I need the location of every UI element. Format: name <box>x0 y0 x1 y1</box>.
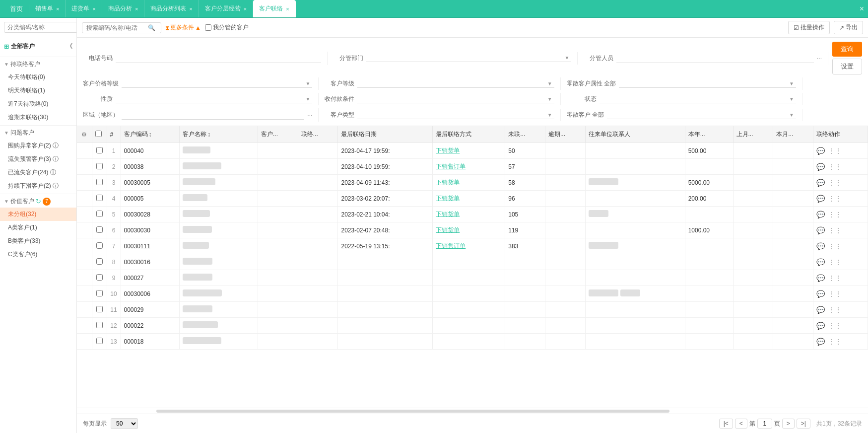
tab-analysis-list-close[interactable]: × <box>189 6 192 12</box>
row-check[interactable] <box>92 318 107 334</box>
more-icon[interactable]: ⋮⋮ <box>828 258 842 266</box>
reset-button[interactable]: 设置 <box>832 59 862 74</box>
sidebar-search-input[interactable] <box>4 22 77 33</box>
sidebar-item-ungroup[interactable]: 未分组(32) <box>0 208 76 221</box>
row-checkbox[interactable] <box>96 322 103 328</box>
contact-icon[interactable]: 💬 <box>816 274 825 282</box>
my-customers-check[interactable] <box>205 24 211 31</box>
row-check[interactable] <box>92 143 107 159</box>
row-check[interactable] <box>92 286 107 302</box>
filter-search-icon[interactable]: 🔍 <box>148 24 155 31</box>
payment-select[interactable]: ▼ <box>357 95 554 103</box>
row-checkbox[interactable] <box>96 147 103 153</box>
last-page-button[interactable]: >| <box>797 419 810 429</box>
more-icon[interactable]: ⋮⋮ <box>828 290 842 298</box>
prev-page-button[interactable]: < <box>735 419 747 429</box>
last-method-link[interactable]: 下销售订单 <box>436 163 466 170</box>
group-problem-label[interactable]: ▼ 问题客户 <box>0 127 76 139</box>
next-page-button[interactable]: > <box>782 419 795 429</box>
sidebar-item-c-class[interactable]: C类客户(6) <box>0 248 76 261</box>
last-method-link[interactable]: 下销售订单 <box>436 242 466 249</box>
more-icon[interactable]: ⋮⋮ <box>828 338 842 346</box>
contact-icon[interactable]: 💬 <box>816 179 825 187</box>
row-checkbox[interactable] <box>96 274 103 281</box>
contact-icon[interactable]: 💬 <box>816 226 825 234</box>
all-customers-header[interactable]: ⊞ 全部客户 《 <box>0 39 76 54</box>
last-method-link[interactable]: 下销货单 <box>436 179 460 186</box>
filter-search-input[interactable] <box>86 24 146 31</box>
row-checkbox[interactable] <box>96 306 103 312</box>
contact-icon[interactable]: 💬 <box>816 322 825 330</box>
more-icon[interactable]: ⋮⋮ <box>828 163 842 171</box>
last-method-link[interactable]: 下销货单 <box>436 226 460 233</box>
row-checkbox[interactable] <box>96 338 103 344</box>
tab-home[interactable]: 首页 <box>4 4 29 13</box>
tab-customer-segment-close[interactable]: × <box>244 6 247 12</box>
more-conditions-button[interactable]: ⧗ 更多条件 ▲ <box>165 23 201 32</box>
settings-col[interactable]: ⚙ <box>77 126 92 143</box>
customer-level-select[interactable]: ▼ <box>357 80 554 88</box>
last-method-link[interactable]: 下销货单 <box>436 211 460 217</box>
export-button[interactable]: ↗ 导出 <box>834 21 863 34</box>
sidebar-item-tomorrow[interactable]: 明天待联络(1) <box>0 84 76 97</box>
more-icon[interactable]: ⋮⋮ <box>828 211 842 218</box>
more-icon[interactable]: ⋮⋮ <box>828 226 842 234</box>
dept-select[interactable]: ▼ <box>366 54 572 62</box>
tab-sales-close[interactable]: × <box>56 6 59 12</box>
group-pending-label[interactable]: ▼ 待联络客户 <box>0 58 76 71</box>
sidebar-item-overdue[interactable]: 逾期未联络(30) <box>0 111 76 124</box>
row-checkbox[interactable] <box>96 226 103 233</box>
sidebar-item-b-class[interactable]: B类客户(33) <box>0 234 76 248</box>
page-number-input[interactable] <box>757 419 772 429</box>
row-checkbox[interactable] <box>96 211 103 217</box>
more-icon[interactable]: ⋮⋮ <box>828 195 842 203</box>
refresh-icon[interactable]: ↻ <box>36 198 41 205</box>
row-checkbox[interactable] <box>96 242 103 249</box>
more-icon[interactable]: ⋮⋮ <box>828 242 842 250</box>
sidebar-item-7days[interactable]: 近7天待联络(0) <box>0 97 76 111</box>
status-select[interactable]: ▼ <box>600 95 796 103</box>
row-check[interactable] <box>92 222 107 238</box>
sidebar-item-declining[interactable]: 持续下滑客户(2) ⓘ <box>0 179 76 193</box>
tab-analysis-list[interactable]: 商品分析列表 × <box>144 0 199 17</box>
more-icon[interactable]: ⋮⋮ <box>828 179 842 187</box>
contact-icon[interactable]: 💬 <box>816 211 825 218</box>
contact-icon[interactable]: 💬 <box>816 306 825 314</box>
contact-icon[interactable]: 💬 <box>816 290 825 298</box>
sparse-customer-select[interactable]: ▼ <box>607 111 796 119</box>
tab-customer-contact-close[interactable]: × <box>286 6 289 12</box>
contact-icon[interactable]: 💬 <box>816 258 825 266</box>
contact-icon[interactable]: 💬 <box>816 163 825 171</box>
more-icon[interactable]: ⋮⋮ <box>828 322 842 330</box>
last-method-link[interactable]: 下销货单 <box>436 147 460 154</box>
row-check[interactable] <box>92 159 107 175</box>
row-checkbox[interactable] <box>96 195 103 201</box>
tab-purchase[interactable]: 进货单 × <box>66 0 102 17</box>
row-check[interactable] <box>92 270 107 286</box>
tab-analysis[interactable]: 商品分析 × <box>102 0 144 17</box>
phone-input[interactable] <box>116 54 321 63</box>
region-dots[interactable]: ··· <box>307 112 312 119</box>
row-last-method[interactable]: 下销货单 <box>433 222 505 238</box>
tab-analysis-close[interactable]: × <box>135 6 138 12</box>
tab-customer-segment[interactable]: 客户分层经营 × <box>199 0 253 17</box>
more-icon[interactable]: ⋮⋮ <box>828 147 842 155</box>
row-last-method[interactable]: 下销货单 <box>433 191 505 207</box>
close-all-button[interactable]: × <box>860 4 864 13</box>
manager-input[interactable] <box>616 54 814 63</box>
row-check[interactable] <box>92 254 107 270</box>
query-button[interactable]: 查询 <box>832 42 862 57</box>
region-input[interactable] <box>122 110 304 120</box>
last-method-link[interactable]: 下销货单 <box>436 195 460 202</box>
more-icon[interactable]: ⋮⋮ <box>828 274 842 282</box>
tab-customer-contact[interactable]: 客户联络 × <box>253 0 295 17</box>
row-checkbox[interactable] <box>96 163 103 169</box>
name-col[interactable]: 客户名称 ↕ <box>180 126 258 143</box>
row-last-method[interactable]: 下销货单 <box>433 207 505 222</box>
sidebar-item-today[interactable]: 今天待联络(0) <box>0 71 76 84</box>
page-size-select[interactable]: 50 20 100 <box>111 418 138 429</box>
row-check[interactable] <box>92 302 107 318</box>
manager-dots[interactable]: ··· <box>817 55 822 62</box>
row-last-method[interactable]: 下销售订单 <box>433 159 505 175</box>
contact-icon[interactable]: 💬 <box>816 242 825 250</box>
